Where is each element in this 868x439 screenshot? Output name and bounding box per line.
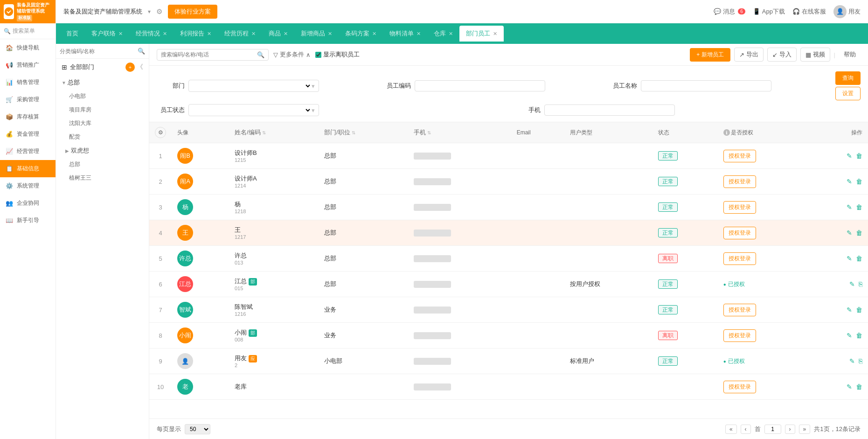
prev-page-button[interactable]: ‹ — [741, 425, 751, 434]
tree-sub-item-distribution[interactable]: 配货 — [56, 130, 149, 144]
sidebar-item-guide[interactable]: 📖 新手引导 — [0, 212, 56, 229]
edit-icon-3[interactable]: ✎ — [847, 203, 852, 211]
delete-icon-3[interactable]: 🗑 — [856, 203, 862, 211]
dept-select-wrapper[interactable]: ▾ — [188, 80, 319, 92]
sidebar-item-finance[interactable]: 💰 资金管理 — [0, 125, 56, 143]
tab-goods-close[interactable]: ✕ — [284, 31, 288, 37]
delete-icon-2[interactable]: 🗑 — [856, 178, 862, 185]
edit-icon-1[interactable]: ✎ — [847, 152, 852, 160]
phone-input[interactable] — [544, 105, 675, 116]
column-settings-icon[interactable]: ⚙ — [155, 127, 166, 138]
tab-employee[interactable]: 部门员工 ✕ — [459, 26, 504, 42]
tree-collapse-button[interactable]: 《 — [137, 63, 143, 71]
tree-search-input[interactable] — [60, 48, 136, 55]
delete-icon-1[interactable]: 🗑 — [856, 152, 862, 160]
auth-button-8[interactable]: 授权登录 — [723, 329, 756, 342]
tab-history[interactable]: 经营历程 ✕ — [218, 26, 262, 42]
tab-home[interactable]: 首页 — [60, 26, 85, 42]
auth-button-3[interactable]: 授权登录 — [723, 201, 756, 214]
sidebar-item-sales[interactable]: 📊 销售管理 — [0, 74, 56, 91]
employee-search-icon[interactable]: 🔍 — [257, 51, 264, 58]
last-page-button[interactable]: » — [799, 425, 811, 434]
show-resigned-input[interactable] — [315, 52, 321, 58]
edit-icon-8[interactable]: ✎ — [847, 332, 852, 339]
tree-sub-item-shenyang[interactable]: 沈阳大库 — [56, 117, 149, 130]
delete-icon-5[interactable]: 🗑 — [856, 255, 862, 262]
app-download-button[interactable]: 📱 App下载 — [753, 7, 785, 16]
query-button[interactable]: 查询 — [835, 71, 861, 85]
tab-history-close[interactable]: ✕ — [251, 31, 256, 37]
tab-barcode[interactable]: 条码方案 ✕ — [339, 26, 383, 42]
user-menu[interactable]: 👤 用友 — [833, 5, 861, 18]
tree-item-headquarters[interactable]: 总部 — [56, 76, 149, 90]
tab-warehouse[interactable]: 仓库 ✕ — [427, 26, 459, 42]
current-page-input[interactable] — [764, 425, 781, 434]
emp-code-input[interactable] — [415, 80, 545, 91]
sidebar-item-nav[interactable]: 🏠 快捷导航 — [0, 39, 56, 56]
view-button[interactable]: ▦ 视频 — [800, 48, 830, 62]
tab-bom-close[interactable]: ✕ — [417, 31, 421, 37]
edit-icon-4[interactable]: ✎ — [847, 229, 852, 237]
messages-button[interactable]: 💬 消息 6 — [714, 7, 745, 16]
tree-add-button[interactable]: + — [125, 63, 135, 72]
settings-icon[interactable]: ⚙ — [156, 7, 162, 16]
delete-icon-4[interactable]: 🗑 — [856, 229, 862, 237]
tab-employee-close[interactable]: ✕ — [493, 31, 497, 37]
emp-name-input[interactable] — [641, 80, 771, 91]
th-name-sort[interactable]: 姓名/编码 — [235, 128, 313, 137]
auth-button-4[interactable]: 授权登录 — [723, 227, 756, 239]
sidebar-item-operation[interactable]: 📈 经营管理 — [0, 143, 56, 160]
tree-sub-item-zhishu[interactable]: 植树王三 — [56, 171, 149, 185]
tab-operation[interactable]: 经营情况 ✕ — [129, 26, 174, 42]
add-employee-button[interactable]: + 新增员工 — [690, 48, 730, 62]
tab-warehouse-close[interactable]: ✕ — [449, 31, 453, 37]
tab-profit-close[interactable]: ✕ — [207, 31, 211, 37]
dept-select[interactable] — [193, 82, 312, 90]
copy-icon-9[interactable]: ⎘ — [859, 357, 862, 365]
show-resigned-checkbox[interactable]: 显示离职员工 — [315, 50, 360, 59]
sidebar-item-basic[interactable]: 📋 基础信息 — [0, 160, 56, 177]
edit-icon-6[interactable]: ✎ — [849, 280, 855, 288]
copy-icon-6[interactable]: ⎘ — [859, 280, 862, 288]
next-page-button[interactable]: › — [785, 425, 795, 434]
delete-icon-7[interactable]: 🗑 — [856, 306, 862, 314]
tab-barcode-close[interactable]: ✕ — [372, 31, 376, 37]
edit-icon-7[interactable]: ✎ — [847, 306, 852, 314]
tab-bom[interactable]: 物料清单 ✕ — [383, 26, 427, 42]
tab-customer-close[interactable]: ✕ — [118, 31, 123, 37]
delete-icon-10[interactable]: 🗑 — [856, 383, 862, 390]
sidebar-item-purchase[interactable]: 🛒 采购管理 — [0, 91, 56, 108]
edit-icon-5[interactable]: ✎ — [847, 255, 852, 262]
tab-customer[interactable]: 客户联络 ✕ — [85, 26, 129, 42]
sidebar-item-system[interactable]: ⚙️ 系统管理 — [0, 177, 56, 195]
status-select[interactable] — [193, 106, 312, 114]
tab-add-goods-close[interactable]: ✕ — [328, 31, 332, 37]
more-conditions-button[interactable]: ▽ 更多条件 ∧ — [273, 50, 311, 59]
sidebar-item-marketing[interactable]: 📢 营销推广 — [0, 56, 56, 74]
export-button[interactable]: ↗ 导出 — [734, 48, 764, 62]
tab-add-goods[interactable]: 新增商品 ✕ — [294, 26, 339, 42]
sidebar-item-inventory[interactable]: 📦 库存核算 — [0, 108, 56, 125]
delete-icon-8[interactable]: 🗑 — [856, 332, 862, 339]
tree-sub-item-zongbu[interactable]: 总部 — [56, 158, 149, 171]
employee-search-input[interactable] — [161, 51, 254, 58]
import-button[interactable]: ↙ 导入 — [767, 48, 797, 62]
per-page-select[interactable]: 50 100 — [185, 424, 210, 434]
online-service-button[interactable]: 🎧 在线客服 — [792, 7, 826, 16]
auth-button-2[interactable]: 授权登录 — [723, 175, 756, 188]
tree-sub-item-project-room[interactable]: 项目库房 — [56, 103, 149, 117]
th-phone-sort[interactable]: 手机 — [414, 128, 505, 137]
th-dept-sort[interactable]: 部门/职位 — [324, 128, 403, 137]
sidebar-item-collab[interactable]: 👥 企业协同 — [0, 195, 56, 212]
tab-goods[interactable]: 商品 ✕ — [262, 26, 294, 42]
edit-icon-2[interactable]: ✎ — [847, 178, 852, 185]
auth-button-10[interactable]: 授权登录 — [723, 381, 756, 393]
sidebar-search[interactable]: 🔍 搜索菜单 — [0, 23, 56, 39]
first-page-button[interactable]: « — [725, 425, 737, 434]
auth-button-5[interactable]: 授权登录 — [723, 252, 756, 265]
edit-icon-9[interactable]: ✎ — [849, 357, 855, 365]
tab-profit[interactable]: 利润报告 ✕ — [174, 26, 218, 42]
tree-sub-item-small-elec[interactable]: 小电部 — [56, 90, 149, 103]
status-select-wrapper[interactable]: ▾ — [188, 104, 319, 116]
edit-icon-10[interactable]: ✎ — [847, 383, 852, 390]
